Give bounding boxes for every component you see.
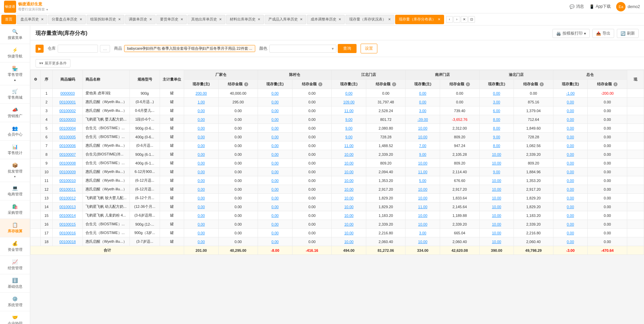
sidebar-item-ecommerce[interactable]: 💻 电商管理: [0, 182, 30, 200]
close-icon[interactable]: ✕: [79, 17, 82, 21]
sidebar-item-finance[interactable]: 💰 资金管理: [0, 237, 30, 256]
table-cell[interactable]: 0.00: [553, 106, 588, 115]
table-cell[interactable]: 0.00: [258, 237, 292, 246]
table-cell[interactable]: 0.00: [258, 106, 292, 115]
table-cell[interactable]: 10.00: [332, 194, 366, 202]
table-cell[interactable]: 0.00: [258, 211, 292, 220]
tab-material-out-history[interactable]: 材料出库单历史 ✕: [226, 15, 264, 24]
table-cell[interactable]: 0.00: [553, 194, 588, 202]
col-gear[interactable]: ⚙: [31, 70, 41, 89]
table-cell[interactable]: 0.00: [553, 141, 588, 150]
table-cell[interactable]: 0.00: [553, 115, 588, 124]
tab-portion-history[interactable]: 分量盘点单历史 ✕: [48, 15, 86, 24]
tab-home[interactable]: 首页: [1, 15, 16, 24]
table-cell[interactable]: 0.00: [258, 159, 292, 168]
table-cell[interactable]: 9.00: [406, 150, 440, 159]
table-cell[interactable]: 00100008: [53, 159, 83, 168]
table-cell[interactable]: 0.00: [184, 159, 219, 168]
settings-btn[interactable]: 设置: [361, 44, 377, 53]
table-cell[interactable]: 00100003: [53, 115, 83, 124]
table-cell[interactable]: 0.00: [184, 202, 219, 211]
table-cell[interactable]: 3.00: [406, 106, 440, 115]
table-cell[interactable]: 10.00: [332, 168, 366, 176]
table-cell[interactable]: 10.00: [406, 220, 440, 229]
table-cell[interactable]: 10.00: [479, 202, 514, 211]
info-icon[interactable]: i: [466, 82, 470, 86]
tab-cost-adjust-history[interactable]: 成本调整单历史 ✕: [307, 15, 345, 24]
table-cell[interactable]: 0.00: [553, 185, 588, 194]
table-cell[interactable]: 0.00: [184, 194, 219, 202]
table-cell[interactable]: 00100007: [53, 150, 83, 159]
warehouse-input[interactable]: [58, 45, 98, 53]
table-cell[interactable]: 00100014: [53, 211, 83, 220]
close-icon[interactable]: ✕: [219, 17, 222, 21]
table-cell[interactable]: 0.00: [553, 237, 588, 246]
table-cell[interactable]: 10.00: [479, 194, 514, 202]
table-cell[interactable]: 10.00: [332, 220, 366, 229]
table-cell[interactable]: 10.00: [332, 185, 366, 194]
info-icon[interactable]: i: [318, 82, 322, 86]
table-cell[interactable]: 10.00: [479, 185, 514, 194]
table-cell[interactable]: 00100016: [53, 229, 83, 237]
close-icon[interactable]: ✕: [149, 17, 152, 21]
close-icon[interactable]: ✕: [300, 17, 303, 21]
table-cell[interactable]: 0.00: [553, 98, 588, 106]
table-cell[interactable]: 0.00: [184, 150, 219, 159]
table-cell[interactable]: 00100018: [53, 237, 83, 246]
table-cell[interactable]: 109.00: [332, 98, 366, 106]
table-cell[interactable]: 9.00: [479, 168, 514, 176]
table-cell[interactable]: -1.00: [553, 89, 588, 98]
table-cell[interactable]: 0.00: [406, 89, 440, 98]
table-cell[interactable]: -39.00: [406, 115, 440, 124]
table-cell[interactable]: 00100015: [53, 220, 83, 229]
table-cell[interactable]: 00100010: [53, 176, 83, 185]
table-cell[interactable]: 0.00: [553, 133, 588, 141]
table-cell[interactable]: 0.00: [184, 229, 219, 237]
tab-stock-history[interactable]: 盘点单历史 ✕: [17, 15, 47, 24]
table-cell[interactable]: 9.00: [479, 133, 514, 141]
toggle-filter-btn[interactable]: ▶: [36, 45, 44, 53]
sidebar-item-system[interactable]: ⚙️ 系统管理: [0, 293, 30, 311]
refresh-btn[interactable]: 🔄 刷新: [617, 29, 639, 38]
warehouse-select-btn[interactable]: …: [100, 45, 110, 52]
table-cell[interactable]: 0.00: [258, 150, 292, 159]
table-cell[interactable]: 10.00: [479, 150, 514, 159]
table-cell[interactable]: 200.00: [184, 89, 219, 98]
table-cell[interactable]: 0.00: [184, 115, 219, 124]
table-cell[interactable]: 0.00: [258, 124, 292, 133]
table-cell[interactable]: 00100004: [53, 124, 83, 133]
table-cell[interactable]: 0.00: [553, 150, 588, 159]
table-cell[interactable]: 10.00: [406, 159, 440, 168]
table-cell[interactable]: 0.00: [258, 115, 292, 124]
close-icon[interactable]: ✕: [438, 17, 440, 21]
table-cell[interactable]: 0.00: [553, 202, 588, 211]
sidebar-item-purchase[interactable]: 🛍️ 采购管理: [0, 200, 30, 219]
table-cell[interactable]: 0.00: [258, 98, 292, 106]
table-cell[interactable]: 10.00: [406, 185, 440, 194]
sidebar-item-retail-mgmt[interactable]: 🏪 零售管理 ▲: [0, 62, 30, 85]
table-cell[interactable]: 0.00: [406, 98, 440, 106]
table-cell[interactable]: 9.00: [332, 133, 366, 141]
table-cell[interactable]: 0.00: [553, 168, 588, 176]
nav-prev-btn[interactable]: ‹: [446, 16, 453, 23]
info-icon[interactable]: i: [392, 82, 396, 86]
export-btn[interactable]: 📤 导出: [592, 29, 614, 38]
table-cell[interactable]: 0.00: [553, 176, 588, 185]
color-input[interactable]: [269, 45, 336, 53]
sidebar-item-search[interactable]: 🔍 搜索英单: [0, 26, 30, 44]
tab-inventory-status[interactable]: 现存量（库存状况表） ✕: [345, 15, 394, 24]
tab-assembly-history[interactable]: 组装拆卸单历史 ✕: [87, 15, 124, 24]
nav-expand-btn[interactable]: ⊡: [468, 16, 475, 23]
table-cell[interactable]: 0.00: [184, 237, 219, 246]
sidebar-item-collab[interactable]: 🤝 企业协同: [0, 311, 30, 324]
table-cell[interactable]: 0.00: [479, 89, 514, 98]
table-cell[interactable]: 0.00: [258, 194, 292, 202]
nav-close-all-btn[interactable]: ✕: [461, 16, 468, 23]
table-cell[interactable]: 10.00: [332, 202, 366, 211]
expand-conditions-btn[interactable]: ▾▾ 展开更多条件: [36, 59, 70, 67]
table-cell[interactable]: 10.00: [332, 211, 366, 220]
table-cell[interactable]: 10.00: [479, 159, 514, 168]
sidebar-item-nav[interactable]: ⚡ 快捷导航: [0, 44, 30, 62]
table-cell[interactable]: 5.00: [406, 176, 440, 185]
table-cell[interactable]: 0.00: [553, 124, 588, 133]
